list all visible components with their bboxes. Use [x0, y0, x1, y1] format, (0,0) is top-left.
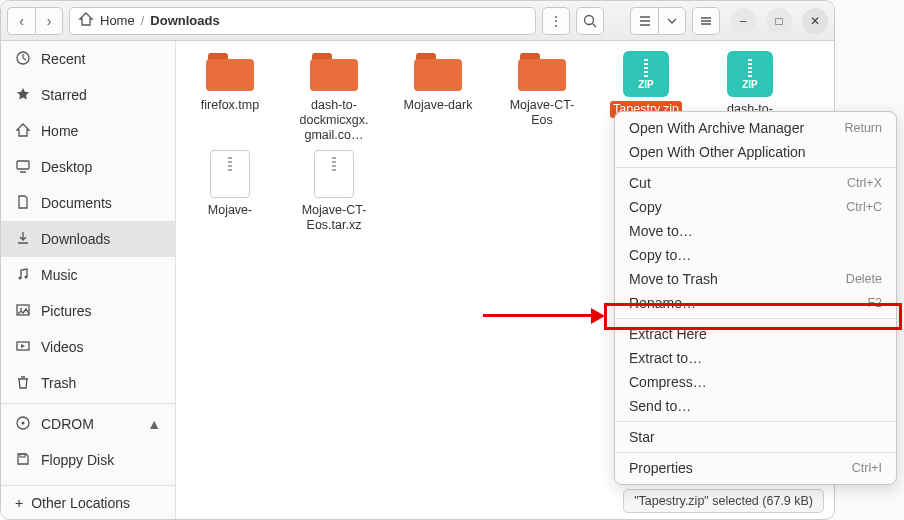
nav-group: ‹ › [7, 7, 63, 35]
sidebar-item-starred[interactable]: Starred [1, 77, 175, 113]
file-item[interactable]: Mojave-dark [398, 51, 478, 144]
maximize-button[interactable]: □ [766, 8, 792, 34]
folder-icon [308, 51, 360, 93]
context-menu-label: Star [629, 429, 655, 445]
context-menu-label: Extract to… [629, 350, 702, 366]
sidebar-item-label: Recent [41, 51, 85, 67]
context-menu-label: Open With Other Application [629, 144, 806, 160]
context-menu-label: Copy [629, 199, 662, 215]
svg-point-5 [25, 275, 28, 278]
context-menu-separator [615, 318, 896, 319]
context-menu-send-to[interactable]: Send to… [615, 394, 896, 418]
file-item[interactable]: Mojave-CT-Eos.tar.xz [294, 150, 374, 234]
context-menu-rename[interactable]: Rename…F2 [615, 291, 896, 315]
view-mode-group [630, 7, 686, 35]
home-icon [15, 122, 31, 141]
archive-icon [314, 150, 354, 198]
file-item[interactable]: dash-to-dockmicxgx.gmail.co… [294, 51, 374, 144]
svg-rect-11 [20, 454, 25, 457]
plus-icon: + [15, 495, 23, 511]
sidebar-item-floppy-disk[interactable]: Floppy Disk [1, 442, 175, 478]
context-menu-accelerator: F2 [867, 296, 882, 310]
forward-button[interactable]: › [35, 7, 63, 35]
back-button[interactable]: ‹ [7, 7, 35, 35]
svg-point-4 [19, 276, 22, 279]
sidebar-item-desktop[interactable]: Desktop [1, 149, 175, 185]
sidebar-item-label: Home [41, 123, 78, 139]
context-menu-open-with-archive-manager[interactable]: Open With Archive ManagerReturn [615, 116, 896, 140]
context-menu-label: Cut [629, 175, 651, 191]
sidebar-item-label: CDROM [41, 416, 94, 432]
breadcrumb[interactable]: Home / Downloads [69, 7, 536, 35]
home-icon [78, 11, 94, 30]
desktop-icon [15, 158, 31, 177]
context-menu-label: Move to… [629, 223, 693, 239]
context-menu-compress[interactable]: Compress… [615, 370, 896, 394]
close-button[interactable]: ✕ [802, 8, 828, 34]
context-menu-move-to[interactable]: Move to… [615, 219, 896, 243]
breadcrumb-current[interactable]: Downloads [150, 13, 219, 28]
sidebar-item-videos[interactable]: Videos [1, 329, 175, 365]
eject-icon[interactable]: ▲ [147, 416, 161, 432]
context-menu-star[interactable]: Star [615, 425, 896, 449]
context-menu-label: Open With Archive Manager [629, 120, 804, 136]
sidebar-item-pictures[interactable]: Pictures [1, 293, 175, 329]
sidebar-item-label: Starred [41, 87, 87, 103]
sidebar-item-trash[interactable]: Trash [1, 365, 175, 401]
sidebar-item-documents[interactable]: Documents [1, 185, 175, 221]
file-label: Mojave-CT-Eos [502, 97, 582, 129]
other-locations[interactable]: + Other Locations [1, 485, 175, 519]
context-menu-extract-to[interactable]: Extract to… [615, 346, 896, 370]
folder-icon [204, 51, 256, 93]
sidebar-item-cdrom[interactable]: CDROM▲ [1, 406, 175, 442]
context-menu-cut[interactable]: CutCtrl+X [615, 171, 896, 195]
hamburger-menu-button[interactable]: ⋮ [542, 7, 570, 35]
status-bar: "Tapestry.zip" selected (67.9 kB) [623, 489, 824, 513]
sidebar-item-label: Documents [41, 195, 112, 211]
context-menu-move-to-trash[interactable]: Move to TrashDelete [615, 267, 896, 291]
zip-icon: ZIP [727, 51, 773, 97]
trash-icon [15, 374, 31, 393]
sidebar-item-label: Pictures [41, 303, 92, 319]
context-menu-extract-here[interactable]: Extract Here [615, 322, 896, 346]
app-menu-button[interactable] [692, 7, 720, 35]
context-menu-copy[interactable]: CopyCtrl+C [615, 195, 896, 219]
download-icon [15, 230, 31, 249]
file-item[interactable]: firefox.tmp [190, 51, 270, 144]
file-label: Mojave-dark [401, 97, 476, 114]
search-button[interactable] [576, 7, 604, 35]
status-text: "Tapestry.zip" selected (67.9 kB) [634, 494, 813, 508]
context-menu-separator [615, 452, 896, 453]
star-icon [15, 86, 31, 105]
list-view-button[interactable] [630, 7, 658, 35]
sidebar-item-label: Videos [41, 339, 84, 355]
context-menu-separator [615, 167, 896, 168]
context-menu-properties[interactable]: PropertiesCtrl+I [615, 456, 896, 480]
context-menu-label: Compress… [629, 374, 707, 390]
context-menu: Open With Archive ManagerReturnOpen With… [614, 111, 897, 485]
view-dropdown-button[interactable] [658, 7, 686, 35]
context-menu-accelerator: Delete [846, 272, 882, 286]
floppy-icon [15, 451, 31, 470]
context-menu-copy-to[interactable]: Copy to… [615, 243, 896, 267]
context-menu-accelerator: Return [844, 121, 882, 135]
archive-icon [210, 150, 250, 198]
sidebar-item-label: Downloads [41, 231, 110, 247]
file-label: Mojave-CT-Eos.tar.xz [294, 202, 374, 234]
sidebar-item-downloads[interactable]: Downloads [1, 221, 175, 257]
breadcrumb-home[interactable]: Home [100, 13, 135, 28]
sidebar-item-music[interactable]: Music [1, 257, 175, 293]
folder-icon [516, 51, 568, 93]
context-menu-accelerator: Ctrl+X [847, 176, 882, 190]
svg-point-7 [20, 308, 22, 310]
sidebar-item-home[interactable]: Home [1, 113, 175, 149]
sidebar-item-label: Trash [41, 375, 76, 391]
sidebar-item-label: Music [41, 267, 78, 283]
minimize-button[interactable]: – [730, 8, 756, 34]
file-item[interactable]: Mojave- [190, 150, 270, 234]
file-item[interactable]: Mojave-CT-Eos [502, 51, 582, 144]
context-menu-open-with-other-application[interactable]: Open With Other Application [615, 140, 896, 164]
svg-line-1 [593, 23, 597, 27]
file-label: Mojave- [205, 202, 255, 219]
sidebar-item-recent[interactable]: Recent [1, 41, 175, 77]
